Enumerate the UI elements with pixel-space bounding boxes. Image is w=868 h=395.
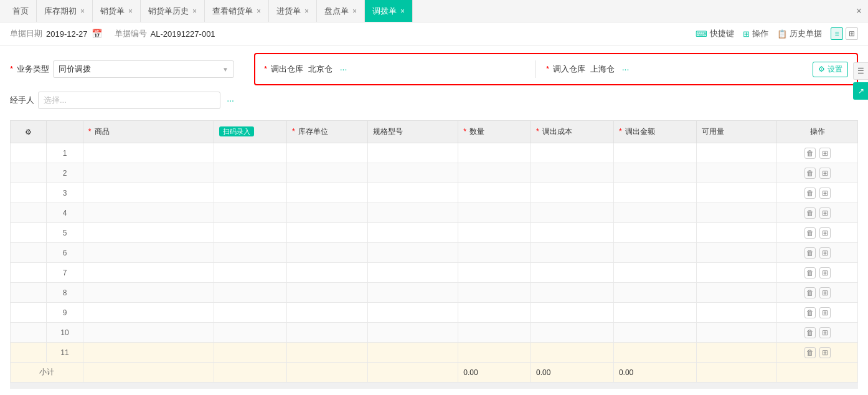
cost-cell-10[interactable] bbox=[531, 323, 614, 343]
copy-icon-11[interactable]: ⊞ bbox=[819, 347, 831, 358]
grid-view-icon[interactable]: ⊞ bbox=[846, 27, 858, 40]
tab-inventory-init[interactable]: 库存期初 × bbox=[37, 0, 93, 22]
qty-cell-1[interactable] bbox=[458, 143, 531, 163]
calendar-icon[interactable]: 📅 bbox=[92, 29, 102, 39]
window-close-button[interactable]: × bbox=[856, 6, 862, 17]
spec-cell-6[interactable] bbox=[367, 243, 458, 263]
qty-cell-4[interactable] bbox=[458, 203, 531, 223]
product-cell-11[interactable] bbox=[83, 343, 214, 363]
spec-cell-4[interactable] bbox=[367, 203, 458, 223]
th-gear[interactable]: ⚙ bbox=[11, 121, 47, 143]
product-cell-9[interactable] bbox=[83, 303, 214, 323]
copy-icon-7[interactable]: ⊞ bbox=[819, 267, 831, 278]
product-cell-10[interactable] bbox=[83, 323, 214, 343]
unit-cell-3[interactable] bbox=[286, 183, 367, 203]
amount-cell-10[interactable] bbox=[613, 323, 696, 343]
unit-cell-7[interactable] bbox=[286, 263, 367, 283]
spec-cell-5[interactable] bbox=[367, 223, 458, 243]
qty-cell-9[interactable] bbox=[458, 303, 531, 323]
amount-cell-6[interactable] bbox=[613, 243, 696, 263]
delete-icon-8[interactable]: 🗑 bbox=[804, 287, 816, 298]
product-cell-4[interactable] bbox=[83, 203, 214, 223]
delete-icon-3[interactable]: 🗑 bbox=[804, 188, 816, 199]
tab-sales-order[interactable]: 销货单 × bbox=[93, 0, 141, 22]
spec-cell-3[interactable] bbox=[367, 183, 458, 203]
spec-cell-10[interactable] bbox=[367, 323, 458, 343]
product-cell-3[interactable] bbox=[83, 183, 214, 203]
delete-icon-10[interactable]: 🗑 bbox=[804, 327, 816, 338]
amount-cell-7[interactable] bbox=[613, 263, 696, 283]
copy-icon-1[interactable]: ⊞ bbox=[819, 148, 831, 159]
amount-cell-8[interactable] bbox=[613, 283, 696, 303]
spec-cell-1[interactable] bbox=[367, 143, 458, 163]
copy-icon-4[interactable]: ⊞ bbox=[819, 207, 831, 219]
delete-icon-2[interactable]: 🗑 bbox=[804, 168, 816, 179]
cost-cell-5[interactable] bbox=[531, 223, 614, 243]
tab-home[interactable]: 首页 bbox=[5, 0, 37, 22]
qty-cell-6[interactable] bbox=[458, 243, 531, 263]
unit-cell-10[interactable] bbox=[286, 323, 367, 343]
tab-close-inventory-init[interactable]: × bbox=[80, 7, 85, 16]
unit-cell-4[interactable] bbox=[286, 203, 367, 223]
qty-cell-10[interactable] bbox=[458, 323, 531, 343]
amount-cell-1[interactable] bbox=[613, 143, 696, 163]
list-view-icon[interactable]: ≡ bbox=[831, 27, 843, 40]
copy-icon-5[interactable]: ⊞ bbox=[819, 227, 831, 239]
spec-cell-8[interactable] bbox=[367, 283, 458, 303]
horizontal-scrollbar[interactable] bbox=[10, 383, 858, 389]
shortcut-btn[interactable]: ⌨ 快捷键 bbox=[696, 28, 734, 39]
tab-close-purchase-order[interactable]: × bbox=[304, 7, 309, 16]
spec-cell-7[interactable] bbox=[367, 263, 458, 283]
sidebar-list-tab[interactable]: ☰ bbox=[853, 62, 868, 80]
unit-cell-5[interactable] bbox=[286, 223, 367, 243]
cost-cell-2[interactable] bbox=[531, 163, 614, 183]
tab-purchase-order[interactable]: 进货单 × bbox=[269, 0, 317, 22]
product-cell-7[interactable] bbox=[83, 263, 214, 283]
barcode-btn[interactable]: 扫码录入 bbox=[219, 126, 254, 136]
unit-cell-8[interactable] bbox=[286, 283, 367, 303]
operations-btn[interactable]: ⊞ 操作 bbox=[743, 28, 768, 39]
unit-cell-9[interactable] bbox=[286, 303, 367, 323]
th-barcode[interactable]: 扫码录入 bbox=[214, 121, 287, 143]
in-warehouse-more-icon[interactable]: ··· bbox=[622, 64, 630, 74]
amount-cell-3[interactable] bbox=[613, 183, 696, 203]
person-more-icon[interactable]: ··· bbox=[227, 95, 234, 105]
delete-icon-4[interactable]: 🗑 bbox=[804, 207, 816, 219]
qty-cell-8[interactable] bbox=[458, 283, 531, 303]
tab-close-sales-history[interactable]: × bbox=[192, 7, 197, 16]
qty-cell-7[interactable] bbox=[458, 263, 531, 283]
product-cell-2[interactable] bbox=[83, 163, 214, 183]
product-cell-6[interactable] bbox=[83, 243, 214, 263]
sidebar-external-tab[interactable]: ↗ bbox=[853, 82, 868, 100]
cost-cell-3[interactable] bbox=[531, 183, 614, 203]
biz-type-arrow-icon[interactable]: ▼ bbox=[222, 66, 229, 73]
copy-icon-8[interactable]: ⊞ bbox=[819, 287, 831, 298]
cost-cell-9[interactable] bbox=[531, 303, 614, 323]
copy-icon-10[interactable]: ⊞ bbox=[819, 327, 831, 338]
biz-type-select[interactable]: 同价调拨 ▼ bbox=[53, 60, 234, 78]
qty-cell-5[interactable] bbox=[458, 223, 531, 243]
tab-close-transfer-order[interactable]: × bbox=[400, 7, 405, 16]
product-cell-5[interactable] bbox=[83, 223, 214, 243]
product-cell-1[interactable] bbox=[83, 143, 214, 163]
delete-icon-1[interactable]: 🗑 bbox=[804, 148, 816, 159]
tab-close-inventory-count[interactable]: × bbox=[352, 7, 357, 16]
cost-cell-4[interactable] bbox=[531, 203, 614, 223]
copy-icon-9[interactable]: ⊞ bbox=[819, 307, 831, 318]
settings-button[interactable]: ⚙ 设置 bbox=[813, 62, 848, 77]
cost-cell-8[interactable] bbox=[531, 283, 614, 303]
qty-cell-3[interactable] bbox=[458, 183, 531, 203]
spec-cell-9[interactable] bbox=[367, 303, 458, 323]
tab-sales-history[interactable]: 销货单历史 × bbox=[141, 0, 205, 22]
cost-cell-7[interactable] bbox=[531, 263, 614, 283]
cost-cell-1[interactable] bbox=[531, 143, 614, 163]
tab-view-sales[interactable]: 查看销货单 × bbox=[205, 0, 269, 22]
qty-cell-11[interactable] bbox=[458, 343, 531, 363]
amount-cell-2[interactable] bbox=[613, 163, 696, 183]
unit-cell-6[interactable] bbox=[286, 243, 367, 263]
amount-cell-5[interactable] bbox=[613, 223, 696, 243]
delete-icon-5[interactable]: 🗑 bbox=[804, 227, 816, 239]
history-btn[interactable]: 📋 历史单据 bbox=[777, 28, 822, 39]
delete-icon-9[interactable]: 🗑 bbox=[804, 307, 816, 318]
cost-cell-11[interactable] bbox=[531, 343, 614, 363]
